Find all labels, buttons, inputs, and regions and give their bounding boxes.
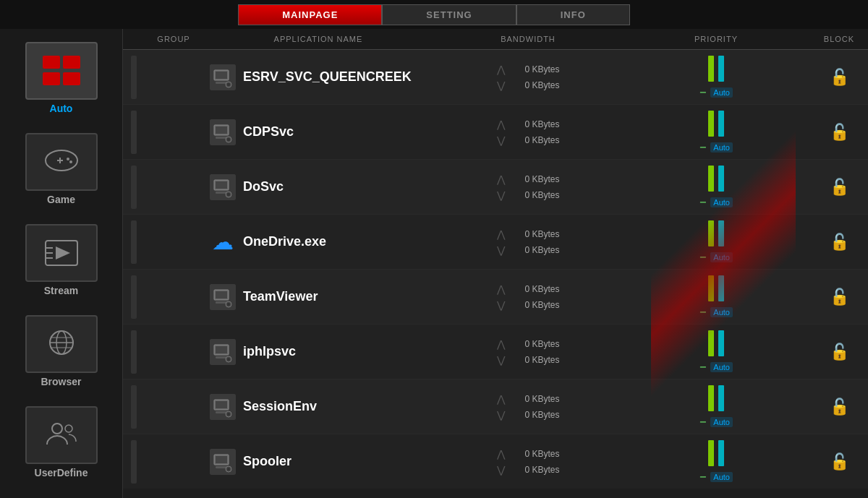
bw-up: ⋀ 0 KBytes (497, 448, 560, 460)
priority-decrease-icon[interactable]: − (699, 196, 706, 209)
sidebar-label-userdefine: UserDefine (35, 467, 88, 478)
up-arrow-icon: ⋀ (497, 283, 505, 295)
sidebar: Auto Game (0, 29, 123, 498)
priority-controls: − Auto (699, 471, 733, 484)
down-arrow-icon: ⋁ (497, 464, 505, 476)
row-priority: − Auto (622, 330, 810, 374)
lock-icon[interactable]: 🔓 (830, 398, 849, 416)
table-row: Spooler ⋀ 0 KBytes ⋁ 0 KBytes (123, 434, 868, 489)
lock-icon[interactable]: 🔓 (830, 288, 849, 306)
bw-up: ⋀ 0 KBytes (497, 119, 560, 130)
bw-down-value: 0 KBytes (509, 465, 560, 475)
table-header: GROUP APPLICATION NAME BANDWIDTH PRIORIT… (123, 29, 868, 50)
up-arrow-icon: ⋀ (497, 448, 505, 460)
app-name-text: Spooler (243, 454, 292, 469)
svg-point-16 (65, 425, 72, 432)
tab-info[interactable]: INFO (516, 4, 630, 25)
svg-marker-6 (56, 246, 70, 259)
priority-decrease-icon[interactable]: − (699, 471, 706, 484)
play-icon (43, 238, 80, 268)
bw-up: ⋀ 0 KBytes (497, 228, 560, 240)
sidebar-item-auto[interactable]: Auto (7, 36, 116, 120)
svg-rect-31 (216, 181, 227, 189)
down-arrow-icon: ⋁ (497, 244, 505, 256)
up-arrow-icon: ⋀ (497, 173, 505, 185)
down-arrow-icon: ⋁ (497, 134, 505, 146)
priority-decrease-icon[interactable]: − (699, 306, 706, 319)
bw-up: ⋀ 0 KBytes (497, 338, 560, 350)
priority-decrease-icon[interactable]: − (699, 416, 706, 429)
priority-decrease-icon[interactable]: − (699, 86, 706, 99)
sidebar-label-auto: Auto (50, 103, 73, 114)
sidebar-label-browser: Browser (41, 376, 81, 387)
svg-point-28 (227, 138, 230, 141)
row-priority: − Auto (622, 440, 810, 484)
row-indicator (131, 220, 137, 264)
lock-icon[interactable]: 🔓 (830, 123, 849, 142)
bw-down-value: 0 KBytes (509, 410, 560, 420)
sidebar-item-stream[interactable]: Stream (7, 218, 116, 302)
table-body[interactable]: ESRV_SVC_QUEENCREEK ⋀ 0 KBytes ⋁ 0 KByte… (123, 50, 868, 489)
priority-bar-row (708, 111, 724, 137)
app-name-text: TeamViewer (243, 289, 318, 304)
row-priority: − Auto (622, 220, 810, 264)
game-icon-box (25, 133, 98, 191)
priority-bar-teal (718, 385, 724, 411)
row-app-name: SessionEnv (203, 394, 434, 420)
svg-point-34 (227, 193, 230, 196)
row-bandwidth: ⋀ 0 KBytes ⋁ 0 KBytes (434, 393, 622, 421)
app-icon (210, 449, 236, 475)
row-block: 🔓 (810, 343, 868, 361)
header-priority: PRIORITY (622, 35, 810, 43)
stream-icon-box (25, 224, 98, 282)
priority-decrease-icon[interactable]: − (699, 361, 706, 374)
gamepad-icon (43, 145, 80, 179)
priority-controls: − Auto (699, 306, 733, 319)
lock-icon[interactable]: 🔓 (830, 178, 849, 197)
svg-rect-55 (216, 456, 227, 463)
row-block: 🔓 (810, 398, 868, 416)
priority-auto-label: Auto (710, 362, 733, 372)
row-bandwidth: ⋀ 0 KBytes ⋁ 0 KBytes (434, 448, 622, 476)
lock-icon[interactable]: 🔓 (830, 68, 849, 87)
priority-bar-teal (718, 166, 724, 192)
header-indicator (123, 35, 145, 43)
up-arrow-icon: ⋀ (497, 228, 505, 240)
svg-point-46 (227, 358, 230, 361)
row-bandwidth: ⋀ 0 KBytes ⋁ 0 KBytes (434, 283, 622, 311)
lock-icon[interactable]: 🔓 (830, 343, 849, 361)
priority-decrease-icon[interactable]: − (699, 141, 706, 154)
row-priority: − Auto (622, 56, 810, 99)
bw-down: ⋁ 0 KBytes (497, 409, 560, 421)
priority-auto-label: Auto (710, 142, 733, 153)
app-icon (210, 394, 236, 420)
priority-bar-green (708, 220, 714, 246)
app-icon (210, 64, 236, 90)
priority-auto-label: Auto (710, 307, 733, 317)
down-arrow-icon: ⋁ (497, 189, 505, 201)
bw-down-value: 0 KBytes (509, 245, 560, 255)
up-arrow-icon: ⋀ (497, 64, 505, 75)
svg-point-22 (227, 83, 230, 86)
row-app-name: ☁ OneDrive.exe (203, 229, 434, 255)
sidebar-item-userdefine[interactable]: UserDefine (7, 400, 116, 484)
priority-decrease-icon[interactable]: − (699, 251, 706, 264)
bw-down: ⋁ 0 KBytes (497, 464, 560, 476)
app-name-text: SessionEnv (243, 399, 317, 414)
svg-point-40 (227, 303, 230, 306)
up-arrow-icon: ⋀ (497, 338, 505, 350)
globe-icon (43, 327, 80, 361)
lock-icon[interactable]: 🔓 (830, 452, 849, 471)
svg-point-4 (69, 160, 72, 163)
priority-controls: − Auto (699, 361, 733, 374)
row-block: 🔓 (810, 288, 868, 306)
tab-mainpage[interactable]: MainPage (238, 4, 382, 25)
auto-icon-box (25, 42, 98, 100)
priority-bar-row (708, 56, 724, 82)
row-indicator (131, 166, 137, 209)
sidebar-item-game[interactable]: Game (7, 127, 116, 211)
down-arrow-icon: ⋁ (497, 354, 505, 366)
sidebar-item-browser[interactable]: Browser (7, 309, 116, 393)
lock-icon[interactable]: 🔓 (830, 233, 849, 252)
tab-setting[interactable]: SETTING (382, 4, 516, 25)
